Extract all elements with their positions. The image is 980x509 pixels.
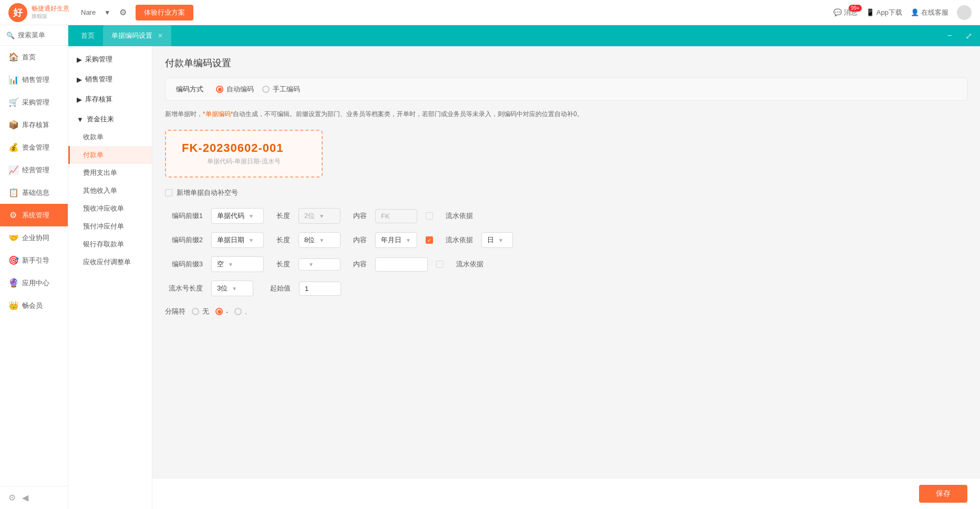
member-icon: 👑 <box>8 300 18 310</box>
sidebar-item-sales[interactable]: 📊 销售管理 <box>0 68 68 91</box>
sidebar-bottom: ⚙ ◀ <box>0 486 68 509</box>
sidebar-item-system[interactable]: ⚙ 系统管理 <box>0 204 68 226</box>
sec-group-purchase-arrow: ▶ <box>77 56 82 64</box>
auto-encoding-radio[interactable]: 自动编码 <box>216 85 254 94</box>
tab-minimize-icon[interactable]: − <box>942 28 957 43</box>
manual-encoding-dot <box>262 86 270 93</box>
sep-dash-dot <box>215 308 223 315</box>
sales-icon: 📊 <box>8 75 18 85</box>
sidebar-label-system: 系统管理 <box>22 211 49 220</box>
prefix3-watermark-checkbox[interactable] <box>436 261 443 268</box>
prefix3-length-select[interactable]: ▼ <box>298 258 341 271</box>
prefix1-watermark-label: 流水依据 <box>446 211 473 221</box>
sec-item-prepay-payable[interactable]: 预付冲应付单 <box>68 217 152 235</box>
prefix2-period-select[interactable]: 日 ▼ <box>481 232 513 248</box>
app-icon: 📱 <box>866 8 874 16</box>
prefix2-select[interactable]: 单据日期 ▼ <box>211 232 264 248</box>
sec-group-purchase-title[interactable]: ▶ 采购管理 <box>68 50 152 68</box>
sidebar-item-purchase[interactable]: 🛒 采购管理 <box>0 91 68 113</box>
sidebar-item-enterprise[interactable]: 🤝 企业协同 <box>0 226 68 249</box>
tab-bar-right: − ⤢ <box>942 28 976 43</box>
tab-close-icon[interactable]: ✕ <box>158 32 163 39</box>
settings-icon[interactable]: ⚙ <box>115 4 131 21</box>
page-title: 付款单编码设置 <box>165 57 967 69</box>
code-preview-box: FK-20230602-001 单据代码-单据日期-流水号 <box>165 130 323 178</box>
sidebar-item-member[interactable]: 👑 畅会员 <box>0 294 68 317</box>
tab-home[interactable]: 首页 <box>73 25 103 46</box>
sec-group-capital-arrow: ▼ <box>77 116 84 123</box>
prefix1-watermark-checkbox[interactable] <box>426 212 433 220</box>
main-layout: 🔍 搜索菜单 🏠 首页 📊 销售管理 🛒 采购管理 📦 库存核算 💰 资金管理 … <box>0 25 980 509</box>
prefix3-length-label: 长度 <box>276 259 290 269</box>
sec-item-other-income[interactable]: 其他收入单 <box>68 182 152 200</box>
prefix1-content-label: 内容 <box>353 211 367 221</box>
prefix2-length-select[interactable]: 8位 ▼ <box>298 232 341 248</box>
sec-group-sales-arrow: ▶ <box>77 76 82 84</box>
sec-group-capital-label: 资金往来 <box>87 115 114 124</box>
tab-expand-icon[interactable]: ⤢ <box>961 28 976 43</box>
app-download-button[interactable]: 📱 App下载 <box>866 8 902 17</box>
serial-start-input[interactable] <box>299 282 341 296</box>
sec-item-bank-deposit[interactable]: 银行存取款单 <box>68 235 152 253</box>
prefix3-content-input[interactable] <box>375 257 428 272</box>
sidebar-item-app-center[interactable]: 🔮 应用中心 <box>0 272 68 294</box>
company-dropdown[interactable]: ▼ <box>104 9 110 16</box>
guide-icon: 🎯 <box>8 255 18 265</box>
encoding-method-label: 编码方式 <box>176 85 203 94</box>
prefix2-length-arrow: ▼ <box>319 237 324 243</box>
prefix2-period-arrow: ▼ <box>498 237 503 243</box>
logo-sub: 旗舰版 <box>32 13 69 20</box>
message-button[interactable]: 💬 消息 99+ <box>833 8 858 17</box>
sec-group-inventory-label: 库存核算 <box>85 95 112 104</box>
sidebar-item-guide[interactable]: 🎯 新手引导 <box>0 249 68 272</box>
sec-item-expense[interactable]: 费用支出单 <box>68 164 152 182</box>
sidebar-label-inventory: 库存核算 <box>22 120 49 130</box>
prefix1-value: 单据代码 <box>217 211 244 221</box>
info-text: 新增单据时，*单据编码*自动生成，不可编辑。前缀设置为部门、业务员等档案类，开单… <box>165 109 967 119</box>
sidebar-item-home[interactable]: 🏠 首页 <box>0 46 68 68</box>
prefix1-select[interactable]: 单据代码 ▼ <box>211 208 264 224</box>
serial-length-select[interactable]: 3位 ▼ <box>211 281 253 296</box>
sidebar-item-operations[interactable]: 📈 经营管理 <box>0 159 68 181</box>
save-button[interactable]: 保存 <box>919 485 967 503</box>
sep-dot-radio[interactable]: . <box>234 308 247 316</box>
prefix2-watermark-label: 流水依据 <box>446 235 473 245</box>
sec-group-sales-title[interactable]: ▶ 销售管理 <box>68 70 152 88</box>
collapse-icon[interactable]: ◀ <box>22 493 28 503</box>
prefix2-length-label: 长度 <box>276 235 290 245</box>
prefix1-length-arrow: ▼ <box>319 213 324 219</box>
sec-group-capital-title[interactable]: ▼ 资金往来 <box>68 110 152 128</box>
company-name[interactable]: Nare <box>77 8 100 16</box>
sec-group-inventory-title[interactable]: ▶ 库存核算 <box>68 90 152 108</box>
sec-item-ap-adjust[interactable]: 应收应付调整单 <box>68 253 152 271</box>
separator-row: 分隔符 无 - . <box>165 307 967 316</box>
sidebar-item-basic[interactable]: 📋 基础信息 <box>0 181 68 204</box>
prefix1-content-input[interactable] <box>375 209 417 223</box>
sidebar-search[interactable]: 🔍 搜索菜单 <box>0 25 68 46</box>
sec-item-prepay-receivable[interactable]: 预收冲应收单 <box>68 200 152 217</box>
auto-fill-row: 新增单据自动补空号 <box>165 188 967 198</box>
settings-bottom-icon[interactable]: ⚙ <box>8 493 16 503</box>
sec-item-payment[interactable]: 付款单 <box>68 146 152 164</box>
sep-none-radio[interactable]: 无 <box>192 307 209 316</box>
prefix1-length-select[interactable]: 2位 ▼ <box>298 208 341 224</box>
user-avatar[interactable] <box>957 5 972 20</box>
prefix2-content-select[interactable]: 年月日 ▼ <box>375 232 417 248</box>
service-icon: 👤 <box>911 8 919 16</box>
sep-dash-radio[interactable]: - <box>215 308 228 316</box>
prefix2-watermark-checkbox[interactable]: ✓ <box>426 236 433 244</box>
prefix1-length-value: 2位 <box>304 211 315 221</box>
prefix2-content-arrow: ▼ <box>406 237 411 243</box>
search-icon: 🔍 <box>6 32 15 39</box>
tab-encoding-settings[interactable]: 单据编码设置 ✕ <box>103 25 171 46</box>
prefix2-length-value: 8位 <box>304 235 315 245</box>
trial-button[interactable]: 体验行业方案 <box>136 5 193 20</box>
sidebar-label-sales: 销售管理 <box>22 75 49 85</box>
online-service-button[interactable]: 👤 在线客服 <box>911 8 948 17</box>
auto-fill-checkbox[interactable] <box>165 189 172 196</box>
sidebar-item-inventory[interactable]: 📦 库存核算 <box>0 113 68 136</box>
sidebar-item-finance[interactable]: 💰 资金管理 <box>0 136 68 159</box>
sec-item-receipt[interactable]: 收款单 <box>68 128 152 146</box>
manual-encoding-radio[interactable]: 手工编码 <box>262 85 300 94</box>
prefix3-select[interactable]: 空 ▼ <box>211 256 264 272</box>
